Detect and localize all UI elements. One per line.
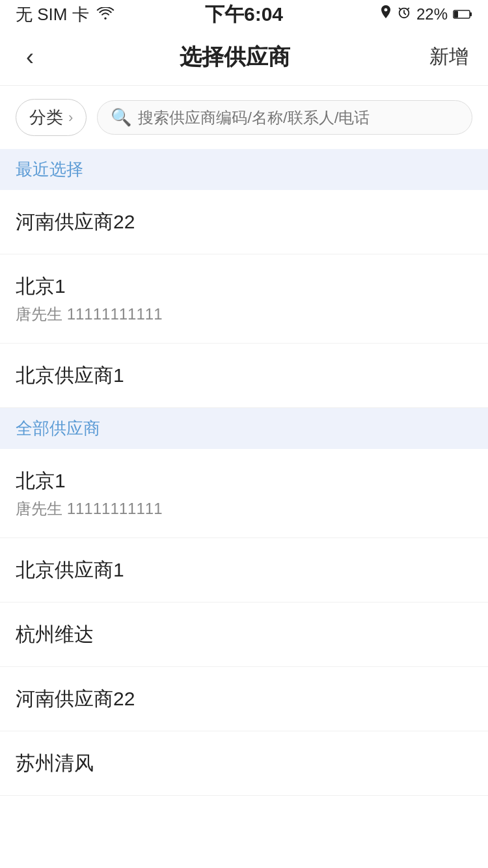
item-name: 杭州维达 — [16, 621, 472, 648]
all-section-header: 全部供应商 — [0, 408, 488, 449]
search-box[interactable]: 🔍 — [97, 100, 472, 135]
nav-title: 选择供应商 — [180, 42, 290, 72]
list-item[interactable]: 北京1唐先生 11111111111 — [0, 254, 488, 344]
svg-rect-3 — [454, 11, 458, 18]
status-bar: 无 SIM 卡 下午6:04 22% — [0, 0, 488, 29]
all-list: 北京1唐先生 11111111111北京供应商1杭州维达河南供应商22苏州清风 — [0, 449, 488, 796]
sim-label: 无 SIM 卡 — [16, 3, 89, 26]
status-left: 无 SIM 卡 — [16, 3, 115, 26]
status-right: 22% — [380, 5, 472, 23]
item-name: 北京1 — [16, 467, 472, 495]
search-input[interactable] — [138, 109, 459, 127]
list-item[interactable]: 杭州维达 — [0, 603, 488, 667]
list-item[interactable]: 河南供应商22 — [0, 190, 488, 254]
location-icon — [380, 5, 392, 23]
category-filter[interactable]: 分类 › — [16, 99, 87, 136]
battery-icon — [453, 5, 472, 23]
recent-section-header: 最近选择 — [0, 149, 488, 190]
list-item[interactable]: 北京供应商1 — [0, 344, 488, 408]
chevron-right-icon: › — [68, 109, 73, 126]
recent-list: 河南供应商22北京1唐先生 11111111111北京供应商1 — [0, 190, 488, 408]
item-sub: 唐先生 11111111111 — [16, 498, 472, 519]
alarm-icon — [397, 5, 411, 23]
item-name: 北京供应商1 — [16, 362, 472, 389]
list-item[interactable]: 北京1唐先生 11111111111 — [0, 449, 488, 538]
status-time: 下午6:04 — [205, 1, 283, 28]
category-label: 分类 — [29, 106, 63, 129]
item-sub: 唐先生 11111111111 — [16, 304, 472, 325]
item-name: 北京1 — [16, 273, 472, 300]
item-name: 河南供应商22 — [16, 685, 472, 712]
wifi-icon — [96, 5, 115, 25]
item-name: 河南供应商22 — [16, 208, 472, 236]
add-button[interactable]: 新增 — [429, 44, 468, 70]
back-button[interactable]: ‹ — [20, 37, 40, 77]
item-name: 北京供应商1 — [16, 556, 472, 584]
filter-bar: 分类 › 🔍 — [0, 86, 488, 149]
search-icon: 🔍 — [111, 107, 131, 128]
list-item[interactable]: 苏州清风 — [0, 731, 488, 796]
list-item[interactable]: 河南供应商22 — [0, 667, 488, 731]
svg-rect-2 — [470, 12, 472, 16]
item-name: 苏州清风 — [16, 750, 472, 777]
battery-label: 22% — [416, 5, 448, 23]
list-item[interactable]: 北京供应商1 — [0, 538, 488, 603]
nav-bar: ‹ 选择供应商 新增 — [0, 29, 488, 86]
